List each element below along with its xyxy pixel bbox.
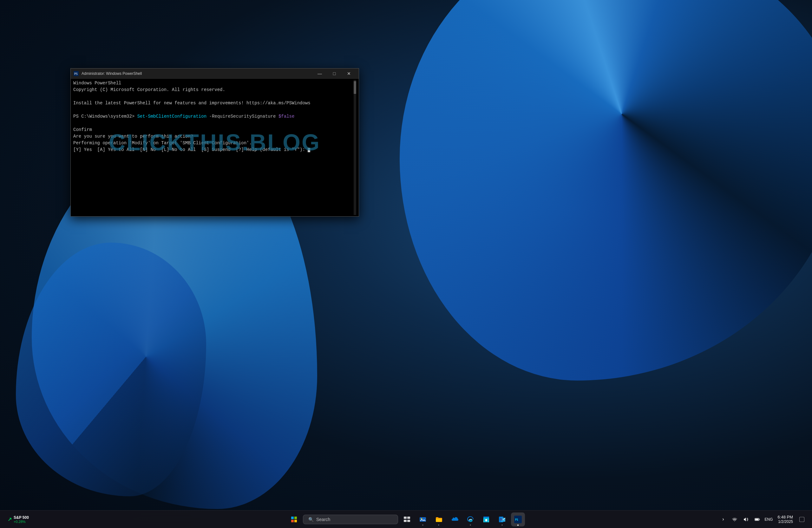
svg-rect-6 <box>404 517 407 519</box>
terminal-line-1: Windows PowerShell <box>73 80 354 87</box>
stock-name: S&P 500 <box>14 515 29 520</box>
wallpaper-swirl-1 <box>400 0 812 381</box>
terminal-line-8: Confirm <box>73 127 354 133</box>
search-icon: 🔍 <box>308 517 314 522</box>
terminal-content[interactable]: Windows PowerShell Copyright (C) Microso… <box>71 79 359 216</box>
clock-date: 1/2/2025 <box>778 519 793 524</box>
clock-time: 6:48 PM <box>778 515 793 519</box>
volume-icon[interactable] <box>741 514 751 525</box>
svg-rect-2 <box>291 517 294 519</box>
file-explorer-indicator <box>438 525 439 526</box>
terminal-line-5 <box>73 106 354 113</box>
terminal-line-4: Install the latest PowerShell for new fe… <box>73 100 354 106</box>
svg-text:PS: PS <box>74 72 78 75</box>
powershell-active-indicator <box>517 525 519 526</box>
taskbar-center: 🔍 Search <box>287 512 525 526</box>
clock-area[interactable]: 6:48 PM 1/2/2025 <box>775 513 796 525</box>
scrollbar-thumb[interactable] <box>354 81 356 94</box>
terminal-line-10: Performing operation 'Modify' on Target … <box>73 140 354 147</box>
show-hidden-icons-button[interactable] <box>718 514 728 525</box>
start-button[interactable] <box>287 512 301 526</box>
gallery-button[interactable] <box>416 512 430 526</box>
edge-browser-button[interactable] <box>463 512 477 526</box>
system-tray <box>718 514 763 525</box>
svg-rect-7 <box>407 517 410 519</box>
powershell-window: PS Administrator: Windows PowerShell — □… <box>70 68 359 217</box>
stock-info: S&P 500 +0.28% <box>14 515 29 524</box>
terminal-line-2: Copyright (C) Microsoft Corporation. All… <box>73 87 354 93</box>
terminal-line-9: Are you sure you want to perform this ac… <box>73 133 354 140</box>
stock-change: +0.28% <box>14 520 29 524</box>
powershell-taskbar-button[interactable]: PS <box>511 512 525 526</box>
maximize-button[interactable]: □ <box>327 69 342 79</box>
outlook-indicator <box>502 525 503 526</box>
terminal-output: Windows PowerShell Copyright (C) Microso… <box>73 80 354 215</box>
terminal-line-6: PS C:\Windows\system32> Set-SmbClientCon… <box>73 113 354 120</box>
svg-rect-9 <box>407 520 410 522</box>
svg-rect-21 <box>759 519 760 520</box>
cmd-value: $false <box>278 114 294 119</box>
search-bar[interactable]: 🔍 Search <box>303 515 398 524</box>
window-title: Administrator: Windows PowerShell <box>82 71 313 76</box>
window-controls: — □ ✕ <box>313 69 356 79</box>
task-view-button[interactable] <box>400 512 414 526</box>
cmd-prompt: PS C:\Windows\system32> <box>73 114 137 119</box>
terminal-line-7 <box>73 120 354 127</box>
svg-rect-22 <box>755 518 758 520</box>
window-titlebar: PS Administrator: Windows PowerShell — □… <box>71 69 359 79</box>
taskbar: ↗ S&P 500 +0.28% 🔍 Searc <box>0 510 812 528</box>
svg-rect-13 <box>485 519 487 521</box>
store-button[interactable] <box>479 512 493 526</box>
scrollbar[interactable] <box>354 80 356 215</box>
outlook-button[interactable]: O <box>495 512 509 526</box>
powershell-icon: PS <box>73 71 79 76</box>
battery-icon[interactable] <box>752 514 763 525</box>
cmd-param: -RequireSecuritySignature <box>206 114 278 119</box>
pinned-indicator <box>422 525 423 526</box>
taskbar-right: ENG 6:48 PM 1/2/2025 <box>718 513 807 525</box>
taskbar-left: ↗ S&P 500 +0.28% <box>5 514 69 525</box>
file-explorer-button[interactable] <box>432 512 446 526</box>
svg-text:PS: PS <box>515 518 518 521</box>
svg-rect-4 <box>291 520 294 522</box>
minimize-button[interactable]: — <box>313 69 327 79</box>
close-button[interactable]: ✕ <box>342 69 356 79</box>
terminal-line-3 <box>73 93 354 100</box>
onedrive-button[interactable] <box>448 512 462 526</box>
language-indicator[interactable]: ENG <box>764 514 774 525</box>
search-label: Search <box>316 517 330 522</box>
svg-rect-23 <box>800 517 804 522</box>
svg-rect-3 <box>294 517 297 519</box>
network-icon[interactable] <box>729 514 740 525</box>
stock-arrow-icon: ↗ <box>8 516 12 522</box>
notification-center-button[interactable] <box>797 514 807 525</box>
edge-indicator <box>470 525 471 526</box>
svg-rect-8 <box>404 520 407 522</box>
desktop: PS Administrator: Windows PowerShell — □… <box>0 0 812 528</box>
cursor <box>308 148 310 152</box>
svg-rect-5 <box>294 520 297 522</box>
terminal-line-11: [Y] Yes [A] Yes to All [N] No [L] No to … <box>73 147 354 153</box>
svg-text:O: O <box>501 519 502 521</box>
stock-widget[interactable]: ↗ S&P 500 +0.28% <box>5 514 31 525</box>
cmd-name: Set-SmbClientConfiguration <box>137 114 206 119</box>
